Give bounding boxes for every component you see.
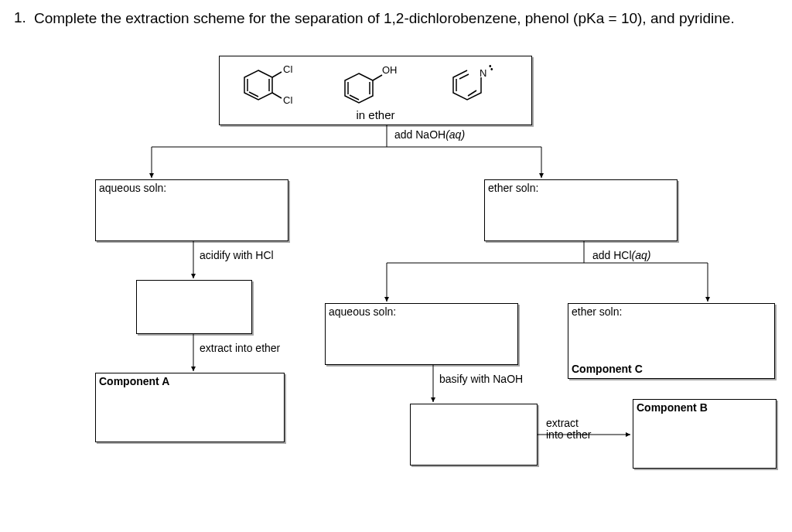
question-number: 1. (14, 9, 34, 26)
svg-line-18 (272, 72, 282, 77)
component-a-label: Component A (99, 375, 169, 387)
question-text: Complete the extraction scheme for the s… (34, 9, 735, 28)
scheme-stage: Cl Cl OH N • • (0, 56, 792, 520)
svg-line-19 (272, 93, 282, 98)
step-extract-ether-right: extractinto ether (546, 418, 591, 442)
ether-soln-1: ether soln: (484, 179, 678, 241)
component-b-label: Component B (637, 401, 708, 414)
n-label: N (480, 67, 486, 79)
aqueous-soln-1: aqueous soln: (95, 179, 288, 241)
dichlorobenzene-structure: Cl Cl (235, 61, 305, 109)
component-a-box: Component A (95, 373, 285, 442)
step-basify: basify with NaOH (439, 373, 523, 385)
question-row: 1. Complete the extraction scheme for th… (14, 9, 778, 28)
basified-box (410, 404, 538, 466)
acidified-box (136, 280, 252, 334)
component-b-box: Component B (633, 399, 777, 469)
svg-line-26 (468, 90, 476, 96)
top-mixture-box: Cl Cl OH N • • (219, 56, 532, 125)
svg-marker-20 (345, 73, 373, 103)
ether-soln-2-label: ether soln: (572, 305, 622, 318)
component-c-label: Component C (572, 363, 643, 375)
n-rad2: • (489, 62, 492, 70)
step-add-naoh: add NaOH(aq) (394, 128, 465, 141)
ether-soln-2: ether soln: Component C (568, 303, 775, 379)
solvent-label: in ether (220, 108, 531, 121)
svg-line-24 (373, 75, 382, 80)
ether-soln-1-label: ether soln: (488, 182, 538, 194)
step-add-hcl: add HCl(aq) (592, 249, 651, 261)
svg-marker-14 (244, 70, 272, 100)
aqueous-soln-2: aqueous soln: (325, 303, 518, 365)
oh-label: OH (382, 64, 398, 76)
phenol-structure: OH (336, 61, 405, 109)
aqueous-soln-2-label: aqueous soln: (329, 305, 396, 318)
aqueous-soln-1-label: aqueous soln: (99, 182, 166, 194)
svg-line-27 (459, 74, 469, 79)
step-acidify: acidify with HCl (200, 249, 274, 261)
pyridine-structure: N • • (444, 61, 506, 109)
cl-label-2: Cl (283, 94, 292, 106)
step-extract-ether-left: extract into ether (200, 342, 280, 354)
cl-label-1: Cl (283, 63, 292, 75)
